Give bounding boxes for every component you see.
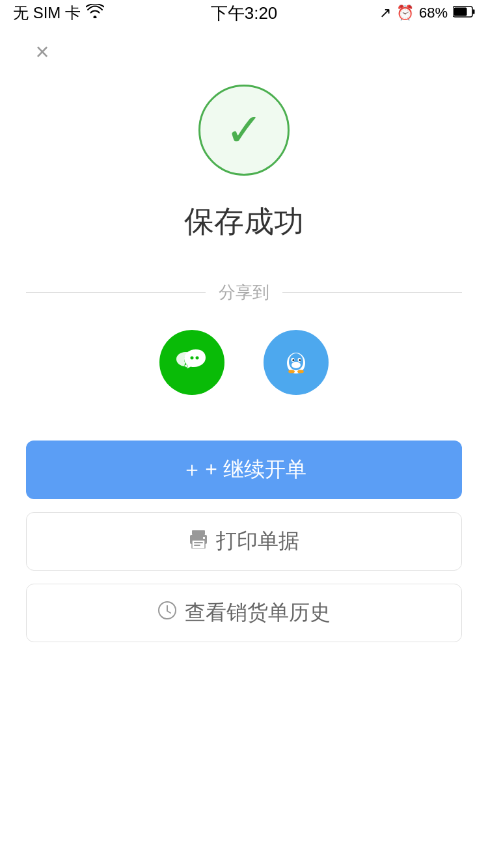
history-icon <box>157 601 177 625</box>
continue-label: + 继续开单 <box>205 455 306 484</box>
divider-row: 分享到 <box>0 281 488 304</box>
print-label: 打印单据 <box>216 527 299 556</box>
share-icons-row <box>159 330 329 395</box>
history-button[interactable]: 查看销货单历史 <box>26 584 462 642</box>
svg-point-14 <box>297 370 304 373</box>
checkmark-icon: ✓ <box>225 107 264 153</box>
wifi-icon <box>86 4 104 22</box>
close-icon: × <box>35 40 49 64</box>
continue-icon: ＋ <box>182 455 202 484</box>
battery-label: 68% <box>419 5 448 21</box>
svg-rect-19 <box>194 542 203 543</box>
svg-point-13 <box>288 370 295 373</box>
svg-rect-16 <box>192 530 205 535</box>
alarm-icon: ⏰ <box>396 5 414 21</box>
divider-left <box>26 292 206 293</box>
sim-label: 无 SIM 卡 <box>13 3 81 23</box>
svg-point-11 <box>299 359 301 361</box>
svg-point-4 <box>191 357 194 360</box>
print-button[interactable]: 打印单据 <box>26 512 462 571</box>
divider-right <box>282 292 462 293</box>
print-icon <box>189 530 208 554</box>
battery-icon <box>453 5 475 21</box>
success-circle: ✓ <box>198 85 290 176</box>
wechat-share-button[interactable] <box>159 330 224 395</box>
svg-rect-20 <box>194 545 200 546</box>
close-button[interactable]: × <box>26 36 59 68</box>
qq-share-button[interactable] <box>264 330 329 395</box>
status-time: 下午3:20 <box>211 2 278 25</box>
svg-rect-1 <box>472 10 475 14</box>
success-title: 保存成功 <box>184 202 304 242</box>
location-icon: ↗ <box>379 5 391 21</box>
status-right: ↗ ⏰ 68% <box>379 5 475 21</box>
continue-button[interactable]: ＋ + 继续开单 <box>26 441 462 499</box>
share-section: 分享到 <box>0 281 488 395</box>
svg-point-10 <box>292 359 294 361</box>
status-left: 无 SIM 卡 <box>13 3 104 23</box>
svg-rect-2 <box>454 8 467 16</box>
svg-rect-18 <box>192 540 205 549</box>
svg-point-15 <box>291 362 301 368</box>
status-bar: 无 SIM 卡 下午3:20 ↗ ⏰ 68% <box>0 0 488 26</box>
main-content: ✓ 保存成功 分享到 <box>0 26 488 642</box>
actions-section: ＋ + 继续开单 打印单据 <box>0 441 488 642</box>
svg-point-5 <box>196 357 199 360</box>
history-label: 查看销货单历史 <box>185 599 331 627</box>
share-label: 分享到 <box>206 281 282 304</box>
svg-rect-21 <box>203 537 205 539</box>
